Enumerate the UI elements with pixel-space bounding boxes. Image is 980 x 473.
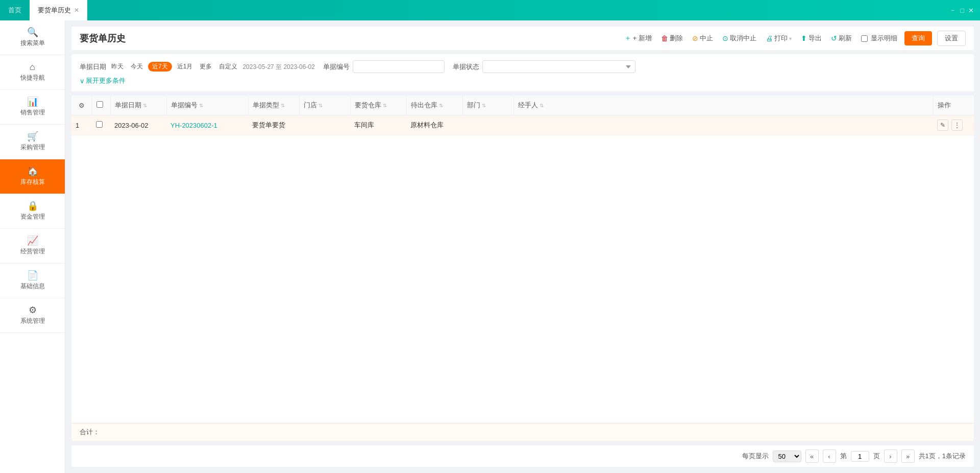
toolbar: ＋ + 新增 🗑 删除 ⊘ 中止 ⊙ 取消中止 🖨 打印 (622, 31, 966, 46)
export-button[interactable]: ⬆ 导出 (799, 33, 824, 44)
th-pending-warehouse[interactable]: 待出仓库 ⇅ (406, 96, 462, 115)
print-button[interactable]: 🖨 打印 ▾ (764, 33, 794, 44)
print-icon: 🖨 (766, 34, 773, 42)
td-type: 要货单要货 (248, 115, 299, 135)
th-settings[interactable]: ⚙ (71, 96, 92, 115)
shortcut-today[interactable]: 今天 (129, 62, 145, 72)
shortcut-yesterday[interactable]: 昨天 (109, 62, 126, 72)
tab-close-icon[interactable]: ✕ (74, 7, 79, 14)
total-records: 共1页，1条记录 (919, 452, 966, 461)
sidebar-label-system-mgmt: 系统管理 (20, 317, 45, 325)
query-button[interactable]: 查询 (904, 31, 932, 45)
sidebar-label-inventory: 库存核算 (20, 178, 45, 186)
sidebar-item-system-mgmt[interactable]: ⚙ 系统管理 (0, 298, 65, 333)
delete-button[interactable]: 🗑 删除 (659, 33, 685, 44)
sidebar-item-purchase-mgmt[interactable]: 🛒 采购管理 (0, 125, 65, 159)
th-store-label: 门店 (304, 101, 317, 110)
first-page-btn[interactable]: « (805, 450, 819, 463)
page-size-select[interactable]: 50 100 200 (773, 451, 801, 462)
last-page-btn[interactable]: » (901, 450, 915, 463)
td-store (299, 115, 350, 135)
refresh-button[interactable]: ↺ 刷新 (829, 33, 854, 44)
system-mgmt-icon: ⚙ (29, 305, 37, 315)
suspend-icon: ⊘ (692, 34, 698, 42)
display-detail-button[interactable]: 显示明细 (859, 33, 899, 44)
sidebar-label-quick-nav: 快捷导航 (20, 74, 45, 82)
top-bar: 首页 要货单历史 ✕ － □ ✕ (0, 0, 980, 20)
suspend-button[interactable]: ⊘ 中止 (690, 33, 715, 44)
filter-area: 单据日期 昨天 今天 近7天 近1月 更多 自定义 2023-05-27 至 2… (71, 54, 974, 91)
th-action-label: 操作 (938, 101, 951, 109)
page-jump-prefix: 第 (840, 452, 847, 461)
inventory-icon: 🏠 (27, 167, 38, 176)
tab-home[interactable]: 首页 (0, 0, 30, 20)
shortcut-custom[interactable]: 自定义 (217, 62, 239, 72)
shortcut-7days[interactable]: 近7天 (148, 62, 172, 72)
display-detail-checkbox[interactable] (861, 35, 868, 42)
td-docno: YH-20230602-1 (166, 115, 248, 135)
row-more-icon[interactable]: ⋮ (951, 120, 963, 131)
row-edit-icon[interactable]: ✎ (937, 120, 948, 131)
sidebar-label-search-menu: 搜索菜单 (20, 39, 45, 48)
expand-more-btn[interactable]: ∨ 展开更多条件 (80, 76, 966, 85)
summary-row: 合计： (71, 423, 974, 441)
th-docno-sort-icon: ⇅ (199, 103, 203, 108)
cancel-suspend-button[interactable]: ⊙ 取消中止 (720, 33, 758, 44)
th-dept-sort-icon: ⇅ (482, 103, 486, 108)
sidebar-item-capital-mgmt[interactable]: 🔒 资金管理 (0, 194, 65, 229)
sidebar-label-purchase-mgmt: 采购管理 (20, 143, 45, 152)
cancel-suspend-icon: ⊙ (722, 34, 728, 42)
capital-mgmt-icon: 🔒 (27, 201, 38, 210)
basic-info-icon: 📄 (27, 271, 38, 280)
sidebar-item-basic-info[interactable]: 📄 基础信息 (0, 264, 65, 298)
sidebar: 🔍 搜索菜单 ⌂ 快捷导航 📊 销售管理 🛒 采购管理 🏠 库存核算 🔒 资金管… (0, 20, 65, 473)
th-pending-sort-icon: ⇅ (439, 103, 443, 108)
th-type-label: 单据类型 (253, 101, 279, 110)
docno-input[interactable] (353, 60, 445, 73)
docno-filter-label: 单据编号 (323, 62, 350, 72)
settings-button[interactable]: 设置 (937, 31, 966, 46)
th-warehouse[interactable]: 要货仓库 ⇅ (350, 96, 406, 115)
docno-link[interactable]: YH-20230602-1 (170, 122, 217, 129)
th-date[interactable]: 单据日期 ⇅ (110, 96, 166, 115)
sidebar-item-operations-mgmt[interactable]: 📈 经营管理 (0, 229, 65, 264)
export-label: 导出 (808, 34, 822, 43)
shortcut-1month[interactable]: 近1月 (175, 62, 195, 72)
th-handler[interactable]: 经手人 ⇅ (513, 96, 933, 115)
th-date-label: 单据日期 (115, 101, 141, 110)
sidebar-item-inventory[interactable]: 🏠 库存核算 (0, 159, 65, 194)
refresh-label: 刷新 (839, 34, 852, 43)
th-store-sort-icon: ⇅ (318, 103, 323, 108)
operations-mgmt-icon: 📈 (27, 236, 38, 245)
th-docno[interactable]: 单据编号 ⇅ (166, 96, 248, 115)
new-button[interactable]: ＋ + 新增 (622, 33, 654, 44)
row-checkbox[interactable] (96, 121, 103, 128)
date-shortcuts: 昨天 今天 近7天 近1月 更多 自定义 (109, 62, 239, 72)
td-handler (513, 115, 933, 135)
tab-requisition-label: 要货单历史 (38, 6, 71, 15)
th-type[interactable]: 单据类型 ⇅ (248, 96, 299, 115)
page-number-input[interactable] (851, 451, 869, 462)
th-dept[interactable]: 部门 ⇅ (462, 96, 513, 115)
th-store[interactable]: 门店 ⇅ (299, 96, 350, 115)
sidebar-item-sales-mgmt[interactable]: 📊 销售管理 (0, 90, 65, 125)
next-page-btn[interactable]: › (884, 450, 897, 463)
minimize-btn[interactable]: － (949, 6, 956, 15)
window-controls: － □ ✕ (943, 6, 980, 15)
delete-label: 删除 (670, 34, 683, 43)
sidebar-label-basic-info: 基础信息 (20, 282, 45, 291)
shortcut-more[interactable]: 更多 (198, 62, 214, 72)
select-all-checkbox[interactable] (96, 101, 103, 108)
prev-page-btn[interactable]: ‹ (823, 450, 836, 463)
sidebar-item-search-menu[interactable]: 🔍 搜索菜单 (0, 20, 65, 55)
summary-label: 合计： (80, 428, 100, 437)
pagination-bar: 每页显示 50 100 200 « ‹ 第 页 › » 共1页，1条记录 (71, 445, 974, 467)
status-select[interactable] (482, 60, 635, 73)
th-pending-label: 待出仓库 (411, 101, 437, 110)
sidebar-item-quick-nav[interactable]: ⌂ 快捷导航 (0, 55, 65, 90)
close-btn[interactable]: ✕ (968, 7, 974, 14)
content-area: 要货单历史 ＋ + 新增 🗑 删除 ⊘ 中止 ⊙ 取消中止 (65, 20, 980, 473)
maximize-btn[interactable]: □ (960, 7, 964, 14)
tab-requisition-history[interactable]: 要货单历史 ✕ (30, 0, 87, 20)
th-warehouse-sort-icon: ⇅ (383, 103, 387, 108)
